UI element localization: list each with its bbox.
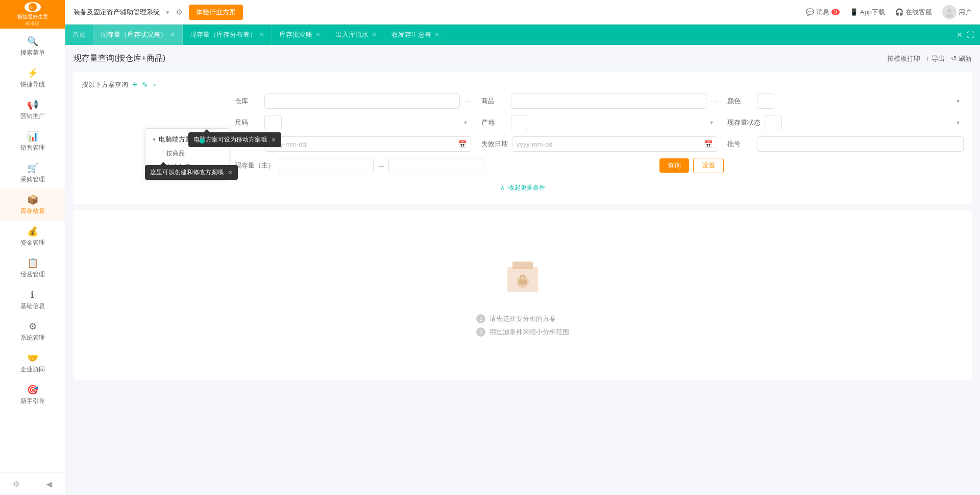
logo-icon: 6: [24, 2, 41, 12]
svg-point-3: [946, 14, 953, 17]
filter-row-4: 现存量（主） — 查询 设置: [235, 158, 964, 173]
sidebar-item-inventory[interactable]: 📦 库存核算: [0, 189, 65, 221]
back-btn[interactable]: ←: [152, 80, 160, 89]
tab-close-icon[interactable]: ✕: [315, 31, 321, 38]
warehouse-input[interactable]: [264, 93, 460, 109]
tab-label: 出入库流水: [335, 30, 369, 39]
empty-hints: 1 请先选择要分析的方案 2 用过滤条件来缩小分析范围: [476, 312, 569, 339]
sidebar-item-label: 系统管理: [20, 334, 45, 342]
message-btn[interactable]: 💬 消息 9: [806, 8, 840, 17]
sidebar: 6 畅捷通好生意 标准版 🔍 搜索菜单 ⚡ 快捷导航 📢 营销推广 📊 销售管理…: [0, 0, 65, 495]
sidebar-item-sales[interactable]: 📊 销售管理: [0, 126, 65, 157]
app-download-label: App下载: [860, 8, 885, 17]
sidebar-item-collab[interactable]: 🤝 企业协同: [0, 347, 65, 379]
sidebar-item-nav[interactable]: ⚡ 快捷导航: [0, 62, 65, 94]
svg-rect-5: [512, 262, 533, 269]
expiry-date-placeholder: yyyy-mm-dd: [517, 140, 553, 148]
export-icon: ↑: [926, 55, 930, 62]
tab-home[interactable]: 首页: [65, 25, 93, 45]
collapse-bar[interactable]: ∧ 收起更多条件: [82, 179, 964, 196]
goods-input[interactable]: [511, 93, 706, 109]
tab-close-icon[interactable]: ✕: [170, 31, 175, 38]
export-btn[interactable]: ↑ 导出: [926, 54, 945, 63]
tab-close-icon[interactable]: ✕: [259, 31, 264, 38]
tab-batch-account[interactable]: 库存批次账 ✕: [272, 25, 328, 45]
system-dropdown-icon[interactable]: ▾: [166, 8, 169, 16]
stock-status-select[interactable]: [765, 115, 782, 130]
tab-close-icon[interactable]: ✕: [434, 31, 439, 38]
svg-point-0: [28, 3, 37, 11]
sidebar-item-marketing[interactable]: 📢 营销推广: [0, 94, 65, 126]
batch-input[interactable]: [757, 136, 964, 152]
industry-plan-btn[interactable]: 体验行业方案: [189, 5, 243, 20]
stock-status-label: 现存量状态: [727, 118, 761, 127]
online-support-btn[interactable]: 🎧 在线客服: [895, 8, 932, 17]
tab-label: 首页: [72, 30, 86, 39]
edit-scheme-btn[interactable]: ✎: [142, 81, 148, 89]
sidebar-item-purchase[interactable]: 🛒 采购管理: [0, 157, 65, 189]
tab-label: 收发存汇总表: [391, 30, 431, 39]
page-content: 现存量查询(按仓库+商品) 按模板打印 ↑ 导出 ↺ 刷新 按以下方案查询 + …: [65, 45, 980, 495]
tab-inventory-status[interactable]: 现存量（库存状况表） ✕: [93, 25, 183, 45]
refresh-btn[interactable]: ↺ 刷新: [951, 54, 972, 63]
tab-summary[interactable]: 收发存汇总表 ✕: [384, 25, 447, 45]
dash-separator: —: [378, 162, 384, 170]
sidebar-item-management[interactable]: 📋 经营管理: [0, 252, 65, 284]
reset-btn[interactable]: 设置: [693, 158, 724, 173]
sidebar-item-guide[interactable]: 🎯 新手引导: [0, 379, 65, 411]
page-title-text: 现存量查询(按仓库+商品): [74, 53, 165, 64]
expiry-date-input[interactable]: yyyy-mm-dd 📅: [512, 136, 718, 152]
color-label: 颜色: [727, 97, 753, 106]
add-scheme-btn[interactable]: +: [132, 80, 138, 89]
filter-fields-area: 仓库 ··· 商品 ··· 颜色: [235, 93, 964, 173]
stock-qty-field: 现存量（主） —: [235, 158, 483, 173]
sidebar-item-label: 采购管理: [20, 175, 45, 184]
sidebar-item-search[interactable]: 🔍 搜索菜单: [0, 31, 65, 62]
sidebar-item-label: 企业协同: [20, 365, 45, 374]
production-date-input[interactable]: yyyy-mm-dd 📅: [265, 136, 471, 152]
message-label: 消息: [816, 8, 829, 17]
sidebar-item-system[interactable]: ⚙ 系统管理: [0, 316, 65, 347]
warehouse-dots[interactable]: ···: [464, 97, 471, 106]
filter-header: 按以下方案查询 + ✎ ←: [82, 80, 964, 89]
sidebar-item-basic-info[interactable]: ℹ 基础信息: [0, 284, 65, 316]
origin-select[interactable]: [511, 115, 528, 130]
collapse-sidebar-btn[interactable]: ◀: [46, 479, 52, 489]
sidebar-item-label: 新手引导: [20, 397, 45, 406]
tab-stock-flow[interactable]: 出入库流水 ✕: [328, 25, 384, 45]
purchase-icon: 🛒: [27, 162, 38, 174]
tooltip-create-close[interactable]: ✕: [228, 169, 233, 176]
sidebar-menu: 🔍 搜索菜单 ⚡ 快捷导航 📢 营销推广 📊 销售管理 🛒 采购管理 📦 库存核…: [0, 29, 65, 473]
svg-text:6: 6: [30, 5, 33, 10]
tooltip-scheme-close[interactable]: ✕: [271, 136, 276, 144]
info-icon: ℹ: [31, 289, 34, 300]
settings-bottom-btn[interactable]: ⚙: [13, 479, 20, 489]
goods-dots[interactable]: ···: [710, 97, 717, 106]
size-select-wrapper: [264, 115, 471, 130]
stock-qty-min[interactable]: [279, 158, 374, 173]
message-badge: 9: [831, 9, 840, 15]
print-btn[interactable]: 按模板打印: [887, 54, 920, 63]
expiry-date-label: 失效日期: [481, 139, 508, 149]
scheme-sub-item[interactable]: └ 按商品: [145, 147, 229, 160]
query-btn[interactable]: 查询: [659, 158, 689, 173]
stock-qty-max[interactable]: [388, 158, 483, 173]
tab-controls: ✕ ⛶: [950, 31, 980, 39]
online-support-label: 在线客服: [905, 8, 932, 17]
user-profile-btn[interactable]: 用户: [942, 5, 972, 19]
tab-close-icon[interactable]: ✕: [372, 31, 377, 38]
stock-status-field: 现存量状态: [727, 115, 964, 130]
tab-label: 库存批次账: [279, 30, 312, 39]
tab-inventory-dist[interactable]: 现存量（库存分布表） ✕: [183, 25, 272, 45]
settings-icon[interactable]: ⚙: [176, 7, 183, 17]
sidebar-item-finance[interactable]: 💰 资金管理: [0, 221, 65, 252]
goods-label: 商品: [481, 97, 507, 106]
hint-num-2: 2: [476, 327, 485, 337]
app-download-btn[interactable]: 📱 App下载: [850, 8, 885, 17]
color-select[interactable]: [757, 93, 774, 109]
tab-close-all-icon[interactable]: ✕: [957, 31, 963, 39]
tab-maximize-icon[interactable]: ⛶: [967, 31, 974, 39]
refresh-label: 刷新: [959, 54, 972, 63]
svg-point-2: [947, 9, 951, 13]
size-select[interactable]: [264, 115, 282, 130]
